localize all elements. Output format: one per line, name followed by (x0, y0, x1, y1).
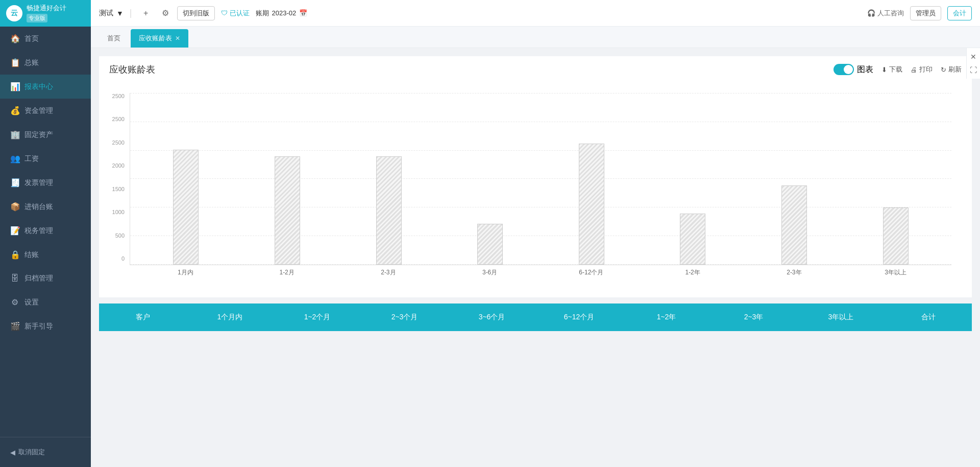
project-name: 测试 (99, 9, 113, 18)
reports-label: 报表中心 (24, 82, 53, 91)
tab-home-label: 首页 (107, 34, 120, 43)
admin-button[interactable]: 管理员 (910, 6, 941, 20)
chart-toggle[interactable]: 图表 (834, 64, 873, 75)
bar (275, 156, 300, 265)
chart-main: 1月内1-2月2-3月3-6月6-12个月1-2年2-3年3年以上 (130, 93, 951, 277)
cancel-fixed-icon: ◀ (10, 449, 15, 456)
sidebar-item-assets[interactable]: 🏢 固定资产 (0, 123, 91, 147)
sidebar-item-settings[interactable]: ⚙ 设置 (0, 290, 91, 314)
table-header-cell: 1个月内 (186, 303, 274, 331)
y-axis-label: 500 (115, 232, 125, 239)
sidebar-item-invoice[interactable]: 🧾 发票管理 (0, 171, 91, 195)
closing-label: 结账 (24, 250, 39, 260)
service-label: 人工咨询 (877, 9, 904, 18)
service-button[interactable]: 🎧 人工咨询 (867, 9, 904, 18)
logo-text: 畅捷通好会计 专业版 (27, 4, 66, 22)
bar-group (173, 150, 199, 265)
close-panel-button[interactable]: ✕ (969, 52, 978, 61)
x-axis-label: 1-2年 (680, 268, 705, 277)
page-header: 应收账龄表 图表 ⬇ 下载 🖨 打印 ↻ 刷新 (99, 56, 972, 83)
bar (883, 207, 909, 265)
sidebar-item-funds[interactable]: 💰 资金管理 (0, 99, 91, 123)
expand-panel-button[interactable]: ⛶ (969, 65, 978, 75)
funds-icon: 💰 (10, 106, 19, 115)
sidebar-item-reports[interactable]: 📊 报表中心 (0, 75, 91, 99)
trade-label: 进销台账 (24, 202, 53, 212)
bar (477, 224, 503, 265)
period-label: 账期 (256, 9, 269, 18)
y-axis-label: 2000 (112, 162, 125, 169)
topbar-actions: + ⚙ 切到旧版 (138, 6, 215, 21)
y-axis-label: 2500 (112, 93, 125, 99)
switch-version-button[interactable]: 切到旧版 (177, 6, 215, 20)
tax-label: 税务管理 (24, 226, 53, 236)
x-axis-label: 2-3年 (781, 268, 807, 277)
ledger-label: 总账 (24, 58, 39, 67)
table-header-cell: 6~12个月 (535, 303, 623, 331)
cancel-fixed-button[interactable]: ◀ 取消固定 (0, 442, 91, 462)
tabbar: 首页 应收账龄表 ✕ (91, 27, 980, 48)
download-icon: ⬇ (881, 66, 887, 74)
print-icon: 🖨 (911, 66, 917, 74)
sidebar-item-payroll[interactable]: 👥 工资 (0, 147, 91, 171)
chart-container: 2500250025002000150010005000 1月内1-2月2-3月… (99, 83, 972, 297)
invoice-icon: 🧾 (10, 178, 19, 188)
y-axis-label: 2500 (112, 139, 125, 146)
payroll-icon: 👥 (10, 154, 19, 164)
period-selector[interactable]: 账期 2023-02 📅 (256, 9, 308, 18)
guide-icon: 🎬 (10, 321, 19, 331)
download-button[interactable]: ⬇ 下载 (881, 65, 902, 74)
bar-group (781, 185, 807, 265)
toggle-track[interactable] (834, 64, 854, 75)
bar-group (376, 156, 402, 265)
logo-icon: 云 (6, 5, 22, 21)
settings-label: 设置 (24, 298, 39, 307)
dropdown-icon: ▼ (116, 9, 124, 17)
sidebar-item-ledger[interactable]: 📋 总账 (0, 51, 91, 75)
table-header: 客户1个月内1~2个月2~3个月3~6个月6~12个月1~2年2~3年3年以上合… (99, 303, 972, 331)
bar (376, 156, 402, 265)
topbar: 测试 ▼ | + ⚙ 切到旧版 🛡 已认证 账期 2023-02 📅 🎧 人工咨… (91, 0, 980, 27)
page-actions: 图表 ⬇ 下载 🖨 打印 ↻ 刷新 (834, 64, 962, 75)
chart-wrapper: 2500250025002000150010005000 1月内1-2月2-3月… (109, 93, 951, 277)
funds-label: 资金管理 (24, 106, 53, 115)
archive-icon: 🗄 (10, 274, 19, 283)
print-button[interactable]: 🖨 打印 (911, 65, 933, 74)
certified-text: 已认证 (230, 9, 250, 18)
calendar-icon: 📅 (299, 9, 307, 17)
chart-y-axis: 2500250025002000150010005000 (109, 93, 130, 277)
page-title: 应收账龄表 (109, 63, 155, 76)
x-axis-label: 1月内 (173, 268, 198, 277)
refresh-button[interactable]: ↻ 刷新 (941, 65, 962, 74)
y-axis-label: 2500 (112, 116, 125, 122)
sidebar-item-guide[interactable]: 🎬 新手引导 (0, 314, 91, 338)
assets-label: 固定资产 (24, 130, 53, 139)
sidebar-bottom: ◀ 取消固定 (0, 437, 91, 467)
tab-close-icon[interactable]: ✕ (175, 35, 180, 42)
sidebar: 云 畅捷通好会计 专业版 🏠 首页 📋 总账 📊 报表中心 💰 资金管理 🏢 固… (0, 0, 91, 467)
topbar-right: 🎧 人工咨询 管理员 会计 (867, 6, 972, 20)
tab-home[interactable]: 首页 (99, 29, 129, 48)
table-header-cell: 3年以上 (797, 303, 885, 331)
bar-group (680, 214, 705, 265)
invoice-label: 发票管理 (24, 178, 53, 188)
add-button[interactable]: + (138, 6, 154, 21)
settings-button[interactable]: ⚙ (158, 6, 173, 21)
table-header-cell: 2~3个月 (361, 303, 448, 331)
assets-icon: 🏢 (10, 130, 19, 139)
settings-icon: ⚙ (10, 297, 19, 307)
y-axis-label: 0 (121, 255, 125, 262)
accountant-button[interactable]: 会计 (947, 6, 972, 20)
sidebar-item-tax[interactable]: 📝 税务管理 (0, 219, 91, 243)
sidebar-item-closing[interactable]: 🔒 结账 (0, 243, 91, 267)
home-icon: 🏠 (10, 34, 19, 43)
main-area: 测试 ▼ | + ⚙ 切到旧版 🛡 已认证 账期 2023-02 📅 🎧 人工咨… (91, 0, 980, 467)
sidebar-item-home[interactable]: 🏠 首页 (0, 27, 91, 51)
project-selector[interactable]: 测试 ▼ (99, 9, 124, 18)
chart-x-labels: 1月内1-2月2-3月3-6月6-12个月1-2年2-3年3年以上 (130, 265, 951, 277)
x-axis-label: 1-2月 (274, 268, 300, 277)
sidebar-item-archive[interactable]: 🗄 归档管理 (0, 267, 91, 290)
sidebar-item-trade[interactable]: 📦 进销台账 (0, 195, 91, 219)
chart-bars-area (130, 93, 951, 265)
tab-receivables[interactable]: 应收账龄表 ✕ (131, 29, 188, 48)
